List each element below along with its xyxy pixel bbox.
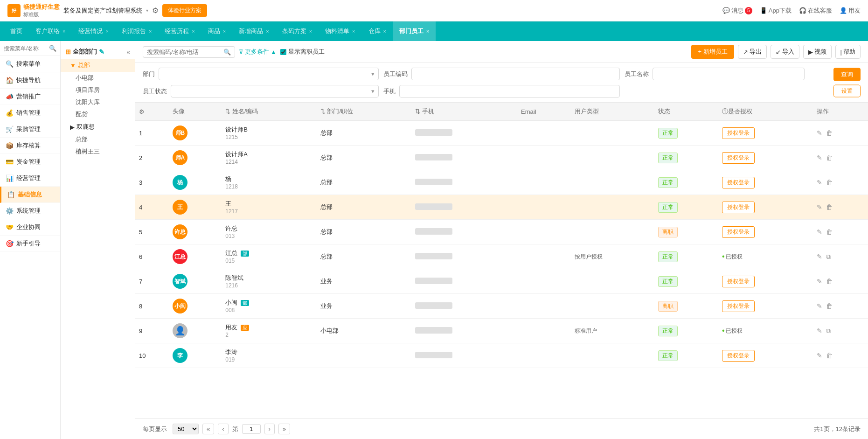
system-title-dropdown[interactable]: ▾ xyxy=(146,8,148,13)
edit-icon[interactable]: ✎ xyxy=(817,302,822,310)
col-phone[interactable]: ⇅ 手机 xyxy=(411,103,517,121)
sidebar-item-purchase[interactable]: 🛒采购管理 xyxy=(0,121,60,138)
tab-dept-staff[interactable]: 部门员工 × xyxy=(393,21,436,41)
trial-button[interactable]: 体验行业方案 xyxy=(162,4,207,17)
tab-barcode[interactable]: 条码方案 × xyxy=(276,21,319,41)
tab-profit[interactable]: 利润报告 × xyxy=(115,21,158,41)
dept-item-shenyang[interactable]: 沈阳大库 xyxy=(61,96,135,108)
col-name-code[interactable]: ⇅ 姓名/编码 xyxy=(222,103,317,121)
copy-icon[interactable]: ⧉ xyxy=(826,253,831,261)
edit-icon[interactable]: ✎ xyxy=(817,253,822,261)
edit-icon[interactable]: ✎ xyxy=(817,179,822,186)
edit-icon[interactable]: ✎ xyxy=(817,327,822,335)
sidebar-item-search[interactable]: 🔍搜索菜单 xyxy=(0,56,60,72)
more-filter-btn[interactable]: ⊽ 更多条件 ▲ xyxy=(239,48,277,56)
delete-icon[interactable]: 🗑 xyxy=(826,278,833,285)
tab-home[interactable]: 首页 xyxy=(4,21,29,41)
edit-icon[interactable]: ✎ xyxy=(817,203,822,211)
edit-icon[interactable]: ✎ xyxy=(817,352,822,359)
dept-item-zongbu[interactable]: 总部 xyxy=(61,133,135,146)
tab-customer[interactable]: 客户联络 × xyxy=(29,21,72,41)
reset-button[interactable]: 设置 xyxy=(833,85,861,98)
auth-login-button[interactable]: 授权登录 xyxy=(722,350,755,362)
dept-item-hq-parent[interactable]: ▼ 总部 xyxy=(61,59,135,72)
dept-item-shuanglu[interactable]: ▶ 双鹿想 xyxy=(61,120,135,133)
first-page-button[interactable]: « xyxy=(202,424,214,434)
export-button[interactable]: ↗ 导出 xyxy=(738,45,767,59)
tab-close-goods[interactable]: × xyxy=(223,28,226,34)
message-btn[interactable]: 💬 消息 5 xyxy=(722,7,752,15)
tab-warehouse[interactable]: 仓库 × xyxy=(362,21,393,41)
delete-icon[interactable]: 🗑 xyxy=(826,352,833,359)
dept-item-planting[interactable]: 植树王三 xyxy=(61,146,135,158)
auth-login-button[interactable]: 授权登录 xyxy=(722,177,755,188)
sidebar-item-operation[interactable]: 📊经营管理 xyxy=(0,170,60,187)
settings-icon[interactable]: ⚙ xyxy=(152,6,159,15)
user-menu[interactable]: 👤 用友 xyxy=(840,7,861,15)
tab-close-warehouse[interactable]: × xyxy=(383,28,386,34)
sidebar-item-collab[interactable]: 🤝企业协同 xyxy=(0,219,60,236)
sidebar-item-sales[interactable]: 💰销售管理 xyxy=(0,105,60,121)
tab-close-new-goods[interactable]: × xyxy=(266,28,269,34)
sidebar-item-guide[interactable]: 🎯新手引导 xyxy=(0,236,60,252)
sidebar-item-nav[interactable]: 🏠快捷导航 xyxy=(0,72,60,89)
sidebar-item-system[interactable]: ⚙️系统管理 xyxy=(0,203,60,219)
dept-all-label[interactable]: 全部部门 xyxy=(73,48,97,56)
edit-icon[interactable]: ✎ xyxy=(817,278,822,285)
prev-page-button[interactable]: ‹ xyxy=(218,424,228,434)
dept-item-xiao-dian[interactable]: 小电部 xyxy=(61,72,135,84)
delete-icon[interactable]: 🗑 xyxy=(826,129,833,137)
tab-close-bom[interactable]: × xyxy=(352,28,355,34)
auth-login-button[interactable]: 授权登录 xyxy=(722,202,755,213)
search-input[interactable] xyxy=(147,49,222,56)
tab-close-barcode[interactable]: × xyxy=(309,28,312,34)
edit-icon[interactable]: ✎ xyxy=(817,154,822,161)
per-page-select[interactable]: 50 20 100 xyxy=(173,424,199,434)
delete-icon[interactable]: 🗑 xyxy=(826,154,833,161)
import-button[interactable]: ↙ 导入 xyxy=(771,45,799,59)
delete-icon[interactable]: 🗑 xyxy=(826,302,833,310)
tab-business[interactable]: 经营情况 × xyxy=(72,21,115,41)
dept-edit-icon[interactable]: ✎ xyxy=(99,48,104,56)
sidebar-item-finance[interactable]: 💳资金管理 xyxy=(0,154,60,170)
auth-login-button[interactable]: 授权登录 xyxy=(722,127,755,139)
tab-new-goods[interactable]: 新增商品 × xyxy=(232,21,275,41)
delete-icon[interactable]: 🗑 xyxy=(826,179,833,186)
tab-bom[interactable]: 物料清单 × xyxy=(319,21,361,41)
tab-close-dept[interactable]: × xyxy=(426,28,429,34)
query-button[interactable]: 查询 xyxy=(833,68,861,81)
tab-close-profit[interactable]: × xyxy=(149,28,152,34)
delete-icon[interactable]: 🗑 xyxy=(826,203,833,211)
dept-collapse-icon[interactable]: « xyxy=(127,49,130,56)
edit-icon[interactable]: ✎ xyxy=(817,129,822,137)
online-service-btn[interactable]: 🎧 在线客服 xyxy=(799,7,832,15)
sidebar-item-basic[interactable]: 📋基础信息 xyxy=(0,187,60,203)
filter-emp-status-select[interactable]: ▾ xyxy=(171,85,379,98)
view-button[interactable]: ▶ 视频 xyxy=(803,45,832,59)
dept-item-distribution[interactable]: 配货 xyxy=(61,108,135,120)
tab-goods[interactable]: 商品 × xyxy=(201,21,232,41)
sidebar-item-marketing[interactable]: 📣营销推广 xyxy=(0,89,60,105)
col-dept-pos[interactable]: ⇅ 部门/职位 xyxy=(317,103,412,121)
tab-close-business[interactable]: × xyxy=(105,28,108,34)
col-settings[interactable]: ⚙ xyxy=(135,103,169,121)
last-page-button[interactable]: » xyxy=(278,424,290,434)
help-button[interactable]: | 帮助 xyxy=(835,45,861,59)
copy-icon[interactable]: ⧉ xyxy=(826,327,831,335)
tab-close-customer[interactable]: × xyxy=(62,28,65,34)
tab-close-history[interactable]: × xyxy=(192,28,194,34)
sidebar-item-inventory[interactable]: 📦库存核算 xyxy=(0,138,60,154)
page-number-input[interactable] xyxy=(242,424,261,434)
auth-login-button[interactable]: 授权登录 xyxy=(722,152,755,164)
show-resigned-label[interactable]: 显示离职员工 xyxy=(288,48,325,56)
show-resigned-checkbox[interactable] xyxy=(280,49,286,55)
add-employee-button[interactable]: + 新增员工 xyxy=(691,45,734,59)
filter-emp-code-input[interactable] xyxy=(411,68,619,80)
auth-login-button[interactable]: 授权登录 xyxy=(722,226,755,238)
filter-phone-input[interactable] xyxy=(399,85,619,98)
next-page-button[interactable]: › xyxy=(264,424,275,434)
edit-icon[interactable]: ✎ xyxy=(817,228,822,236)
auth-login-button[interactable]: 授权登录 xyxy=(722,276,755,287)
filter-dept-select[interactable]: ▾ xyxy=(159,68,379,80)
app-download-btn[interactable]: 📱 App下载 xyxy=(760,7,792,15)
